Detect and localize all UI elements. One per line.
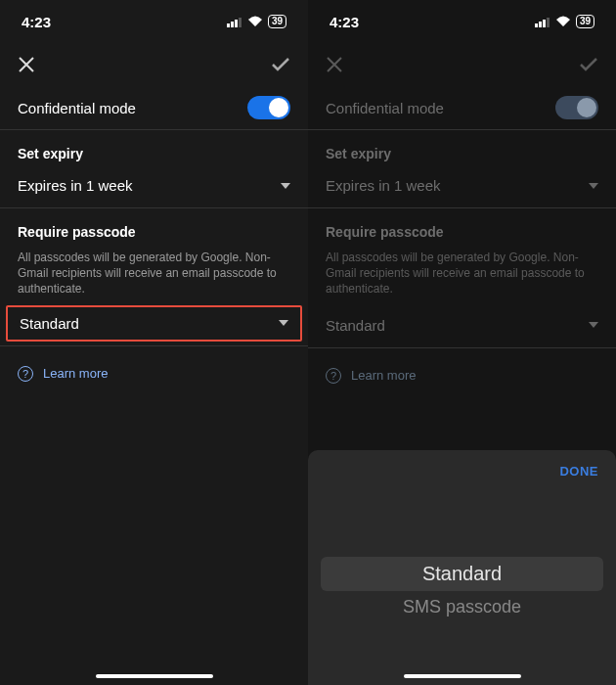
confirm-icon[interactable] [579,57,598,72]
picker-option[interactable]: SMS passcode [403,593,521,621]
status-bar: 4:23 39 [308,0,616,43]
learn-more-link[interactable]: ? Learn more [308,348,616,403]
wifi-icon [247,14,263,30]
picker-sheet: DONE Standard SMS passcode [308,450,616,685]
screenshot-left: 4:23 39 Confidential mode Set expiry Exp… [0,0,308,685]
svg-rect-3 [239,18,242,27]
status-bar: 4:23 39 [0,0,308,43]
svg-rect-1 [231,22,234,27]
learn-more-label: Learn more [351,368,416,383]
close-icon[interactable] [18,56,35,73]
expiry-label: Set expiry [308,130,616,167]
picker-wheel[interactable]: Standard SMS passcode [308,492,616,685]
picker-toolbar: DONE [308,450,616,492]
cellular-icon [227,14,242,30]
passcode-dropdown[interactable]: Standard [308,307,616,347]
help-icon: ? [326,368,341,384]
svg-rect-0 [227,23,230,27]
tutorial-highlight: Standard [6,305,302,342]
expiry-value: Expires in 1 week [326,177,441,194]
battery-icon: 39 [268,15,286,28]
home-indicator[interactable] [404,674,521,678]
expiry-dropdown[interactable]: Expires in 1 week [308,167,616,207]
chevron-down-icon [589,322,598,328]
status-right: 39 [227,14,286,30]
done-button[interactable]: DONE [559,464,598,479]
wifi-icon [555,14,571,30]
topbar [0,43,308,86]
expiry-dropdown[interactable]: Expires in 1 week [0,167,308,207]
home-indicator[interactable] [96,674,213,678]
svg-rect-2 [235,20,238,27]
expiry-value: Expires in 1 week [18,177,133,194]
clock: 4:23 [22,14,51,30]
passcode-label: Require passcode [0,208,308,246]
chevron-down-icon [589,183,598,189]
help-icon: ? [18,366,33,382]
learn-more-label: Learn more [43,366,108,381]
svg-rect-5 [539,22,542,27]
screenshot-right: 4:23 39 Confidential mode Set expiry Exp… [308,0,616,685]
passcode-label: Require passcode [308,208,616,246]
passcode-dropdown[interactable]: Standard [8,307,300,340]
topbar [308,43,616,86]
chevron-down-icon [279,320,288,326]
picker-option-selected[interactable]: Standard [321,557,604,591]
clock: 4:23 [330,14,359,30]
confidential-mode-toggle[interactable] [555,96,598,119]
passcode-helper: All passcodes will be generated by Googl… [0,246,308,307]
svg-rect-4 [535,23,538,27]
confidential-mode-toggle[interactable] [247,96,290,119]
close-icon[interactable] [326,56,343,73]
passcode-value: Standard [20,315,79,332]
chevron-down-icon [281,183,290,189]
svg-rect-6 [543,20,546,27]
confidential-mode-row: Confidential mode [0,86,308,129]
expiry-label: Set expiry [0,130,308,167]
confidential-mode-label: Confidential mode [326,100,444,116]
status-right: 39 [535,14,594,30]
learn-more-link[interactable]: ? Learn more [0,346,308,401]
passcode-value: Standard [326,317,385,334]
cellular-icon [535,14,550,30]
confirm-icon[interactable] [271,57,290,72]
confidential-mode-label: Confidential mode [18,100,136,116]
confidential-mode-row: Confidential mode [308,86,616,129]
passcode-helper: All passcodes will be generated by Googl… [308,246,616,307]
svg-rect-7 [547,18,550,27]
battery-icon: 39 [576,15,594,28]
